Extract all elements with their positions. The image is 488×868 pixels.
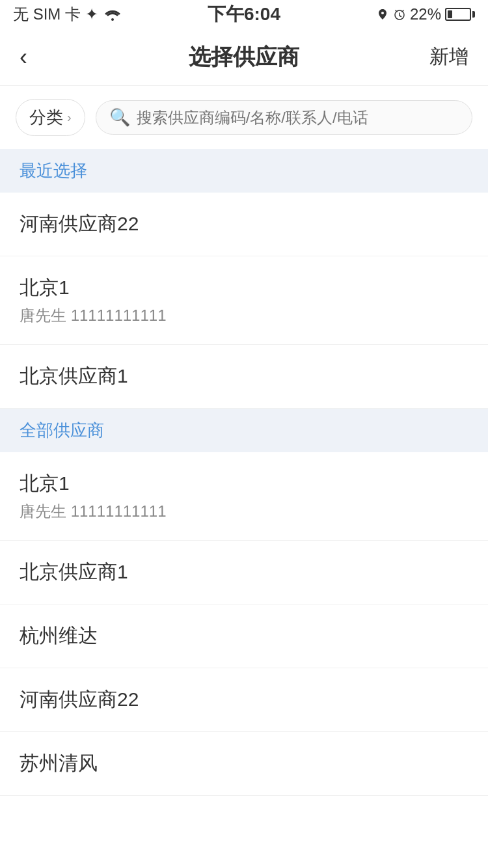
status-right: 22% [376, 5, 475, 23]
battery-icon [445, 8, 475, 21]
location-icon [376, 8, 389, 21]
list-item[interactable]: 河南供应商22 [0, 668, 488, 732]
chevron-right-icon: › [67, 110, 72, 125]
status-left: 无 SIM 卡 ✦ [13, 4, 122, 25]
back-button[interactable]: ‹ [20, 44, 59, 71]
wifi-icon [103, 8, 122, 21]
nav-bar: ‹ 选择供应商 新增 [0, 29, 488, 86]
recent-section-header: 最近选择 [0, 149, 488, 193]
list-item[interactable]: 杭州维达 [0, 604, 488, 668]
list-item[interactable]: 北京供应商1 [0, 345, 488, 409]
page-title: 选择供应商 [189, 42, 299, 72]
item-name: 北京1 [20, 275, 468, 301]
item-name: 北京供应商1 [20, 559, 468, 586]
list-item[interactable]: 苏州清风 [0, 732, 488, 796]
category-label: 分类 [29, 106, 63, 129]
item-name: 北京1 [20, 470, 468, 497]
list-item[interactable]: 北京供应商1 [0, 541, 488, 604]
status-bar: 无 SIM 卡 ✦ 下午6:04 22% [0, 0, 488, 29]
all-list: 北京1唐先生 11111111111北京供应商1杭州维达河南供应商22苏州清风 [0, 452, 488, 796]
add-button[interactable]: 新增 [429, 44, 468, 70]
item-name: 河南供应商22 [20, 211, 468, 237]
status-time: 下午6:04 [208, 2, 280, 27]
item-name: 苏州清风 [20, 750, 468, 777]
item-name: 杭州维达 [20, 623, 468, 649]
category-button[interactable]: 分类 › [16, 99, 85, 136]
list-item[interactable]: 河南供应商22 [0, 193, 488, 256]
search-box[interactable]: 🔍 [96, 100, 472, 135]
all-section-label: 全部供应商 [20, 420, 104, 440]
alarm-icon [393, 8, 406, 21]
item-name: 河南供应商22 [20, 686, 468, 713]
search-icon: 🔍 [109, 107, 130, 128]
filter-row: 分类 › 🔍 [0, 86, 488, 149]
recent-list: 河南供应商22北京1唐先生 11111111111北京供应商1 [0, 193, 488, 409]
search-input[interactable] [137, 109, 459, 127]
recent-section-label: 最近选择 [20, 161, 87, 180]
all-section-header: 全部供应商 [0, 409, 488, 452]
item-sub: 唐先生 11111111111 [20, 501, 468, 522]
battery-percent: 22% [410, 5, 441, 23]
list-item[interactable]: 北京1唐先生 11111111111 [0, 452, 488, 541]
sim-status: 无 SIM 卡 ✦ [13, 4, 98, 25]
item-sub: 唐先生 11111111111 [20, 305, 468, 326]
list-item[interactable]: 北京1唐先生 11111111111 [0, 256, 488, 345]
item-name: 北京供应商1 [20, 363, 468, 390]
